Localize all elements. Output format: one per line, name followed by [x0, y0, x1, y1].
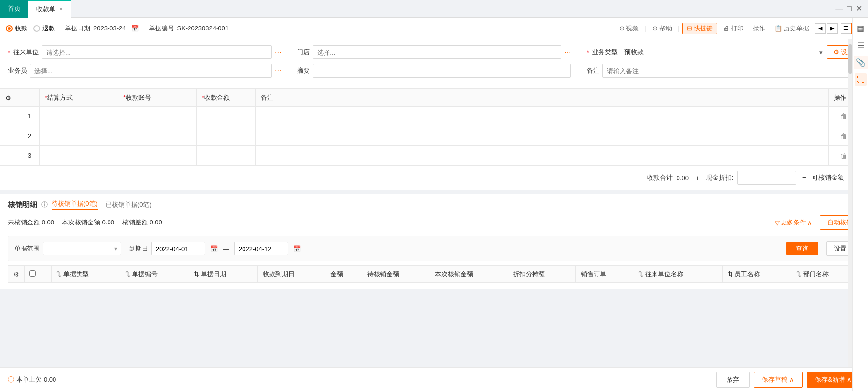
th-settings-icon[interactable]: ⚙	[13, 271, 19, 278]
delete-icon-3[interactable]: 🗑	[841, 152, 847, 160]
calendar-from-icon[interactable]: 📅	[210, 245, 218, 252]
calendar-icon[interactable]: 📅	[131, 25, 139, 32]
panel-table-icon[interactable]: ▦	[855, 22, 866, 35]
counterpart-dots-icon[interactable]: ···	[275, 48, 281, 56]
verify-title: 核销明细	[8, 200, 37, 210]
print-btn[interactable]: 🖨 打印	[720, 23, 747, 34]
minimize-btn[interactable]: —	[835, 4, 843, 13]
biz-type-dropdown-icon[interactable]: ▾	[819, 49, 823, 56]
date-value: 2023-03-24	[93, 25, 126, 32]
diff-value: 0.00	[150, 219, 162, 226]
range-select-wrapper	[43, 242, 121, 255]
biz-type-value: 预收款	[621, 48, 820, 56]
bottom-table-container: ⚙ ⇅ 单据类型 ⇅ 单据编号 ⇅ 单据日期	[8, 265, 860, 283]
biz-type-field: * 业务类型 预收款 ▾ ⚙ 设置	[587, 45, 860, 59]
note-field: 备注	[587, 64, 860, 78]
radio-refund-dot	[33, 25, 40, 32]
td-amount-2[interactable]	[197, 126, 256, 146]
counterpart-input[interactable]	[42, 45, 272, 59]
maximize-btn[interactable]: □	[847, 4, 852, 13]
chevron-up-icon: ∧	[807, 219, 812, 226]
radio-receive-dot	[6, 25, 13, 32]
sort-icon-6: ⇅	[796, 270, 802, 278]
discount-input[interactable]	[737, 171, 796, 185]
note-input[interactable]	[602, 64, 860, 78]
panel-attach-icon[interactable]: 📎	[854, 56, 868, 69]
current-label: 本次核销金额	[62, 219, 100, 226]
td-settle-3[interactable]	[40, 146, 118, 166]
close-btn[interactable]: ✕	[856, 4, 862, 13]
toolbar: 收款 退款 单据日期 2023-03-24 📅 单据编号 SK-20230324…	[0, 18, 868, 39]
completed-tab[interactable]: 已核销单据(0笔)	[106, 200, 152, 209]
verify-info-icon[interactable]: ⓘ	[41, 200, 48, 209]
radio-refund[interactable]: 退款	[33, 24, 55, 33]
td-note-2[interactable]	[256, 126, 829, 146]
pending-tab[interactable]: 待核销单据(0笔)	[52, 199, 98, 210]
counterpart-text: 往来单位	[13, 48, 39, 56]
operations-btn[interactable]: 操作	[750, 23, 768, 34]
th-discount: 折扣分摊额	[508, 266, 575, 283]
save-draft-btn[interactable]: 保存草稿 ∧	[754, 372, 803, 388]
td-amount-3[interactable]	[197, 146, 256, 166]
summary-input[interactable]	[313, 64, 570, 78]
range-select[interactable]	[43, 242, 121, 255]
th-row-num	[20, 89, 40, 107]
td-account-3[interactable]	[118, 146, 197, 166]
query-btn[interactable]: 查询	[786, 242, 818, 255]
table-settings-icon[interactable]: ⚙	[5, 94, 11, 102]
footer: ⓘ 本单上欠 0.00 放弃 保存草稿 ∧ 保存&新增 ∧	[0, 367, 868, 391]
calendar-to-icon[interactable]: 📅	[293, 245, 301, 252]
scroll-track[interactable]	[848, 39, 852, 367]
salesperson-dots-icon[interactable]: ···	[275, 67, 281, 75]
abandon-btn[interactable]: 放弃	[716, 372, 750, 388]
select-all-checkbox[interactable]	[29, 270, 36, 277]
data-table-container: ⚙ *结算方式 *收款账号 *收款金额 备注 操作	[0, 89, 868, 166]
td-account-1[interactable]	[118, 107, 197, 126]
delete-icon-1[interactable]: 🗑	[841, 112, 847, 120]
td-settle-2[interactable]	[40, 126, 118, 146]
nav-arrows: ◀ ▶	[815, 23, 838, 34]
store-dots-icon[interactable]: ···	[564, 48, 570, 56]
shortcut-btn[interactable]: ⊟ 快捷键	[682, 23, 717, 34]
scroll-thumb[interactable]	[848, 44, 852, 74]
td-note-3[interactable]	[256, 146, 829, 166]
list-view-btn[interactable]: ☰	[841, 23, 851, 34]
date-field: 单据日期 2023-03-24 📅	[65, 24, 139, 33]
video-btn[interactable]: ⊙ 视频	[616, 23, 642, 34]
date-to-input[interactable]	[234, 242, 288, 255]
delete-icon-2[interactable]: 🗑	[841, 132, 847, 140]
date-from-input[interactable]	[151, 242, 205, 255]
more-conditions-btn[interactable]: ▽ 更多条件 ∧	[775, 218, 812, 227]
nav-next-btn[interactable]: ▶	[827, 23, 838, 34]
td-settings-1	[0, 107, 20, 126]
td-num-3: 3	[20, 146, 40, 166]
tab-home[interactable]: 首页	[0, 0, 28, 18]
bottom-table-header-row: ⚙ ⇅ 单据类型 ⇅ 单据编号 ⇅ 单据日期	[8, 266, 860, 283]
panel-list-icon[interactable]: ☰	[855, 39, 866, 52]
current-value: 0.00	[102, 219, 114, 226]
summary-field: 摘要	[297, 64, 570, 78]
summary-label: 摘要	[297, 66, 310, 75]
help-btn[interactable]: ⊙ 帮助	[650, 23, 675, 34]
verify-stats: 未核销金额 0.00 本次核销金额 0.00 核销差额 0.00 ▽ 更多条件 …	[8, 215, 860, 230]
salesperson-input[interactable]	[30, 64, 272, 78]
filter-icon: ▽	[775, 219, 780, 226]
td-settle-1[interactable]	[40, 107, 118, 126]
panel-expand-icon[interactable]: ⛶	[855, 73, 867, 86]
table-header-row: ⚙ *结算方式 *收款账号 *收款金额 备注 操作	[0, 89, 868, 107]
th-settings[interactable]: ⚙	[0, 89, 20, 107]
th-amount-label: 收款金额	[204, 94, 230, 101]
save-draft-label: 保存草稿	[762, 375, 787, 384]
tab-active[interactable]: 收款单 ×	[28, 0, 71, 18]
td-amount-1[interactable]	[197, 107, 256, 126]
nav-prev-btn[interactable]: ◀	[815, 23, 826, 34]
radio-refund-label: 退款	[42, 24, 55, 33]
footer-info-label: 本单上欠	[16, 375, 42, 384]
td-account-2[interactable]	[118, 126, 197, 146]
td-note-1[interactable]	[256, 107, 829, 126]
tab-close-icon[interactable]: ×	[59, 6, 63, 13]
history-btn[interactable]: 📋 历史单据	[771, 23, 812, 34]
radio-receive[interactable]: 收款	[6, 24, 27, 33]
td-num-2: 2	[20, 126, 40, 146]
store-input[interactable]	[313, 45, 561, 59]
